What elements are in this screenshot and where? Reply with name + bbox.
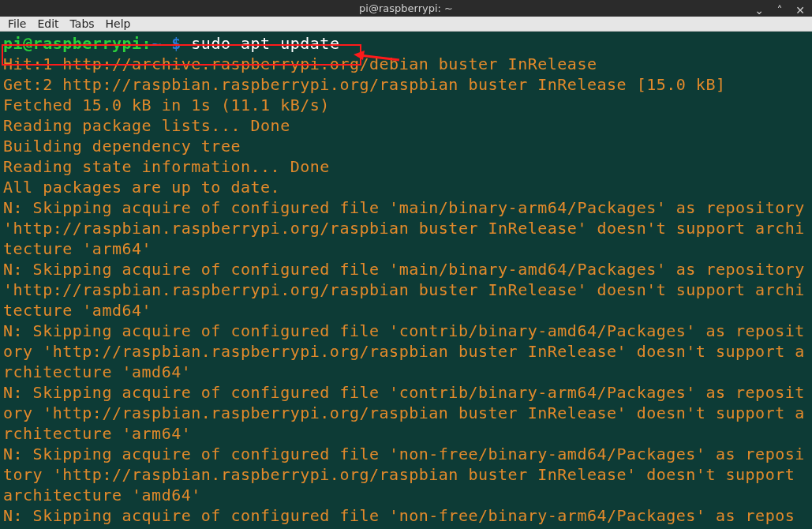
menu-tabs[interactable]: Tabs: [70, 17, 95, 30]
output-line: Reading package lists... Done: [3, 116, 290, 135]
output-line: N: Skipping acquire of configured file '…: [3, 260, 812, 320]
terminal-window: pi@raspberrypi: ~ ⌄ ˄ ✕ File Edit Tabs H…: [0, 0, 812, 529]
window-title: pi@raspberrypi: ~: [359, 2, 453, 14]
prompt-dollar: $: [171, 34, 191, 53]
output-line: All packages are up to date.: [3, 178, 280, 197]
output-line: Building dependency tree: [3, 137, 241, 156]
prompt-user: pi@raspberrypi: [3, 34, 142, 53]
output-line: Fetched 15.0 kB in 1s (11.1 kB/s): [3, 96, 330, 114]
close-icon[interactable]: ✕: [793, 3, 807, 17]
maximize-icon[interactable]: ˄: [773, 3, 787, 17]
command-input[interactable]: sudo apt update: [191, 34, 339, 53]
prompt-separator: :: [142, 34, 152, 53]
window-controls: ⌄ ˄ ✕: [752, 3, 807, 17]
output-line: N: Skipping acquire of configured file '…: [3, 445, 805, 505]
output-line: Get:2 http://raspbian.raspberrypi.org/ra…: [3, 75, 726, 94]
menubar: File Edit Tabs Help: [0, 17, 812, 32]
output-line: N: Skipping acquire of configured file '…: [3, 198, 812, 258]
prompt-path: ~: [152, 34, 171, 53]
menu-help[interactable]: Help: [106, 17, 131, 30]
output-line: N: Skipping acquire of configured file '…: [3, 506, 795, 525]
output-line: Reading state information... Done: [3, 157, 330, 176]
output-line: Hit:1 http://archive.raspberrypi.org/deb…: [3, 54, 597, 73]
output-line: N: Skipping acquire of configured file '…: [3, 383, 805, 443]
terminal-area[interactable]: pi@raspberrypi:~ $ sudo apt update Hit:1…: [0, 32, 812, 529]
minimize-icon[interactable]: ⌄: [752, 3, 766, 17]
titlebar[interactable]: pi@raspberrypi: ~ ⌄ ˄ ✕: [0, 0, 812, 17]
output-line: N: Skipping acquire of configured file '…: [3, 321, 805, 381]
menu-edit[interactable]: Edit: [37, 17, 58, 30]
menu-file[interactable]: File: [8, 17, 26, 30]
